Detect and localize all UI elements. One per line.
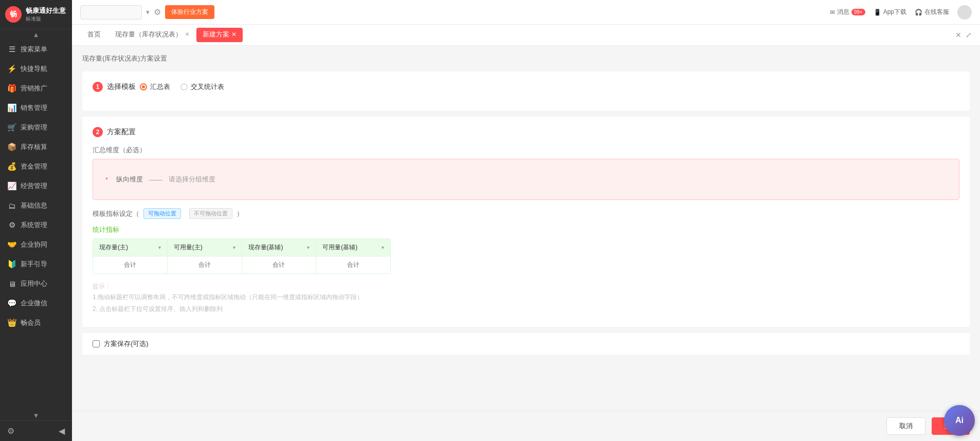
window-expand-btn[interactable]: ⤢ — [966, 31, 972, 39]
dimension-dash: —— — [149, 176, 162, 183]
stats-header-1[interactable]: 可用量(主) ▾ — [168, 239, 242, 256]
stats-table-header: 现存量(主) ▾ 合计 可用量(主) ▾ 合计 — [93, 239, 390, 273]
sidebar-item-app-center[interactable]: 🖥 应用中心 — [0, 274, 72, 293]
stats-header-0[interactable]: 现存量(主) ▾ — [93, 239, 167, 256]
basic-info-icon: 🗂 — [7, 201, 16, 210]
search-dropdown-icon[interactable]: ▾ — [146, 8, 150, 16]
chevron-down-icon-0[interactable]: ▾ — [158, 245, 161, 250]
radio-dot-summary — [140, 83, 147, 90]
headset-icon: 🎧 — [915, 9, 922, 16]
tabs-bar: 首页 现存量（库存状况表） ✕ 新建方案 ✕ ✕ ⤢ — [72, 25, 980, 46]
sidebar-item-label: 畅会员 — [21, 318, 41, 327]
dimension-row: * 纵向维度 —— 请选择分组维度 — [105, 175, 215, 184]
vip-icon: 👑 — [7, 318, 16, 327]
cancel-button[interactable]: 取消 — [886, 417, 925, 435]
indicator-label-text: 模板指标设定（ — [93, 209, 139, 218]
chevron-down-icon-2[interactable]: ▾ — [307, 245, 310, 250]
tab-new-label: 新建方案 — [203, 30, 229, 39]
main-area: ▾ ⚙ 体验行业方案 ✉ 消息 99+ 📱 App下载 🎧 在线客服 首页 — [72, 0, 980, 441]
settings-footer-icon[interactable]: ⚙ — [7, 426, 14, 436]
sidebar-item-management[interactable]: 📈 经营管理 — [0, 176, 72, 196]
dimension-box[interactable]: * 纵向维度 —— 请选择分组维度 — [93, 159, 959, 200]
topbar: ▾ ⚙ 体验行业方案 ✉ 消息 99+ 📱 App下载 🎧 在线客服 — [72, 0, 980, 25]
industry-plan-button[interactable]: 体验行业方案 — [165, 5, 214, 19]
ai-float-button[interactable]: Ai — [944, 405, 975, 436]
window-close-btn[interactable]: ✕ — [955, 31, 961, 39]
sidebar-item-label: 系统管理 — [21, 220, 47, 230]
sidebar-item-label: 资金管理 — [21, 162, 47, 171]
dimension-section-label: 汇总维度（必选） — [93, 145, 959, 155]
save-checkbox[interactable] — [93, 340, 100, 347]
stats-col-0: 现存量(主) ▾ 合计 — [93, 239, 168, 273]
sidebar-item-label: 企业协同 — [21, 240, 47, 249]
stats-col-3: 可用量(基辅) ▾ 合计 — [316, 239, 390, 273]
collab-icon: 🤝 — [7, 240, 16, 249]
content-area: 现存量(库存状况表)方案设置 1 选择模板 汇总表 交叉统计表 — [72, 46, 980, 411]
newbie-icon: 🔰 — [7, 260, 16, 269]
topbar-right: ✉ 消息 99+ 📱 App下载 🎧 在线客服 — [830, 5, 972, 20]
sidebar-item-search[interactable]: ☰ 搜索菜单 — [0, 40, 72, 59]
tab-home[interactable]: 首页 — [80, 25, 108, 45]
stats-body-3: 合计 — [316, 256, 390, 273]
sidebar-item-marketing[interactable]: 🎁 营销推广 — [0, 79, 72, 98]
radio-cross[interactable]: 交叉统计表 — [180, 82, 224, 91]
tip-item-1: 2. 点击标题栏下拉可设置排序、插入列和删除列 — [93, 305, 959, 314]
app-edition: 标准版 — [26, 15, 66, 23]
tab-new-close[interactable]: ✕ — [231, 31, 237, 38]
sales-icon: 📊 — [7, 103, 16, 113]
drag-badge: 可拖动位置 — [143, 208, 181, 219]
indicator-settings: 模板指标设定（ 可拖动位置 不可拖动位置 ） 统计指标 现存量(主) ▾ — [93, 208, 959, 274]
sidebar-item-label: 营销推广 — [21, 84, 47, 93]
sidebar-scroll-down[interactable]: ▼ — [0, 410, 72, 420]
sidebar-item-system[interactable]: ⚙ 系统管理 — [0, 215, 72, 235]
stats-table: 现存量(主) ▾ 合计 可用量(主) ▾ 合计 — [93, 238, 391, 274]
sidebar-item-vip[interactable]: 👑 畅会员 — [0, 313, 72, 333]
stats-header-2[interactable]: 现存量(基辅) ▾ — [242, 239, 316, 256]
app-title-block: 畅康通好生意 标准版 — [26, 6, 66, 23]
tab-new-plan[interactable]: 新建方案 ✕ — [196, 28, 243, 42]
purchase-icon: 🛒 — [7, 123, 16, 132]
app-center-icon: 🖥 — [7, 279, 16, 288]
sidebar-item-basic-info[interactable]: 🗂 基础信息 — [0, 196, 72, 215]
sidebar-item-purchase[interactable]: 🛒 采购管理 — [0, 118, 72, 137]
sidebar-item-newbie[interactable]: 🔰 新手引导 — [0, 254, 72, 274]
chevron-down-icon-3[interactable]: ▾ — [382, 245, 384, 250]
tab-inventory-close[interactable]: ✕ — [185, 32, 189, 37]
sidebar-item-sales[interactable]: 📊 销售管理 — [0, 98, 72, 118]
message-badge: 99+ — [851, 9, 865, 15]
topbar-left: ▾ ⚙ 体验行业方案 — [80, 5, 214, 20]
sidebar-item-label: 销售管理 — [21, 103, 47, 113]
sidebar-item-shortcuts[interactable]: ⚡ 快捷导航 — [0, 59, 72, 79]
sidebar-item-finance[interactable]: 💰 资金管理 — [0, 157, 72, 176]
sidebar-scroll-up[interactable]: ▲ — [0, 29, 72, 40]
dimension-vertical-label: 纵向维度 — [116, 175, 143, 184]
app-download-item[interactable]: 📱 App下载 — [874, 8, 906, 16]
user-avatar[interactable] — [957, 5, 972, 20]
sidebar-item-inventory[interactable]: 📦 库存核算 — [0, 137, 72, 157]
sidebar-item-collab[interactable]: 🤝 企业协同 — [0, 235, 72, 254]
sidebar-item-weixin[interactable]: 💬 企业微信 — [0, 293, 72, 313]
no-drag-badge: 不可拖动位置 — [189, 208, 232, 219]
radio-summary-label: 汇总表 — [150, 82, 170, 91]
finance-icon: 💰 — [7, 162, 16, 171]
online-service-item[interactable]: 🎧 在线客服 — [915, 8, 949, 16]
app-download-icon: 📱 — [874, 9, 881, 16]
footer: 取消 查询 — [72, 411, 980, 441]
dimension-placeholder: 请选择分组维度 — [169, 175, 215, 184]
step2-label: 方案配置 — [107, 127, 136, 137]
tip-item-0: 1.拖动标题栏可以调整布局，不可跨维度或指标区域拖动（只能在同一维度或指标区域内… — [93, 293, 959, 302]
search-input[interactable] — [80, 5, 142, 20]
sidebar: 畅 畅康通好生意 标准版 ▲ ☰ 搜索菜单 ⚡ 快捷导航 🎁 营销推广 📊 销售… — [0, 0, 72, 441]
save-option-section: 方案保存(可选) — [82, 333, 970, 355]
message-item[interactable]: ✉ 消息 99+ — [830, 8, 865, 16]
stats-header-3[interactable]: 可用量(基辅) ▾ — [316, 239, 390, 256]
radio-summary[interactable]: 汇总表 — [140, 82, 170, 91]
marketing-icon: 🎁 — [7, 84, 16, 93]
chevron-down-icon-1[interactable]: ▾ — [233, 245, 235, 250]
tab-inventory-status[interactable]: 现存量（库存状况表） ✕ — [108, 25, 196, 45]
radio-dot-cross — [180, 83, 188, 90]
topbar-settings-icon[interactable]: ⚙ — [154, 7, 161, 17]
tip-text-0: 1.拖动标题栏可以调整布局，不可跨维度或指标区域拖动（只能在同一维度或指标区域内… — [93, 293, 363, 302]
collapse-sidebar-icon[interactable]: ◀ — [59, 426, 65, 436]
sidebar-item-label: 企业微信 — [21, 299, 47, 308]
